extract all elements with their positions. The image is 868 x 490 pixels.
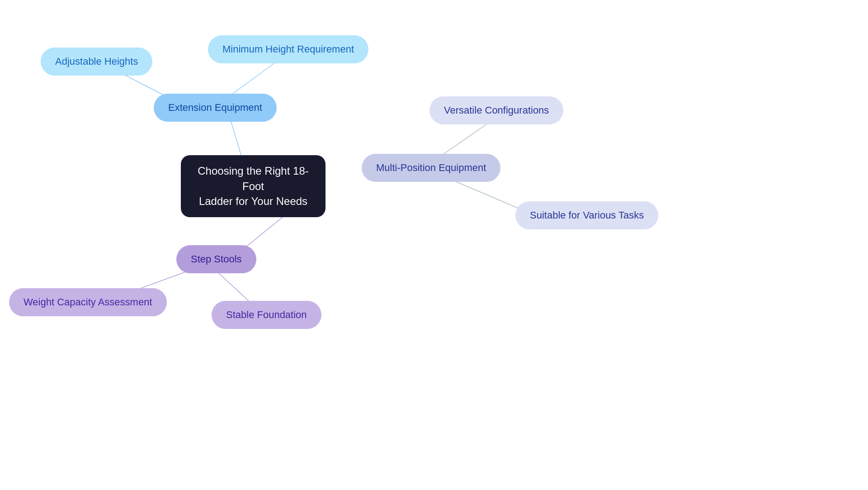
center-node: Choosing the Right 18-FootLadder for You… bbox=[181, 155, 326, 217]
weight-capacity-node: Weight Capacity Assessment bbox=[9, 288, 167, 316]
versatile-configs-node: Versatile Configurations bbox=[429, 96, 563, 124]
stable-foundation-node: Stable Foundation bbox=[212, 301, 321, 329]
multi-position-node: Multi-Position Equipment bbox=[362, 154, 500, 182]
suitable-tasks-node: Suitable for Various Tasks bbox=[515, 201, 658, 229]
extension-equipment-node: Extension Equipment bbox=[154, 94, 277, 122]
step-stools-node: Step Stools bbox=[176, 245, 256, 273]
minimum-height-node: Minimum Height Requirement bbox=[208, 35, 368, 63]
adjustable-heights-node: Adjustable Heights bbox=[41, 48, 152, 76]
svg-line-5 bbox=[454, 181, 527, 212]
